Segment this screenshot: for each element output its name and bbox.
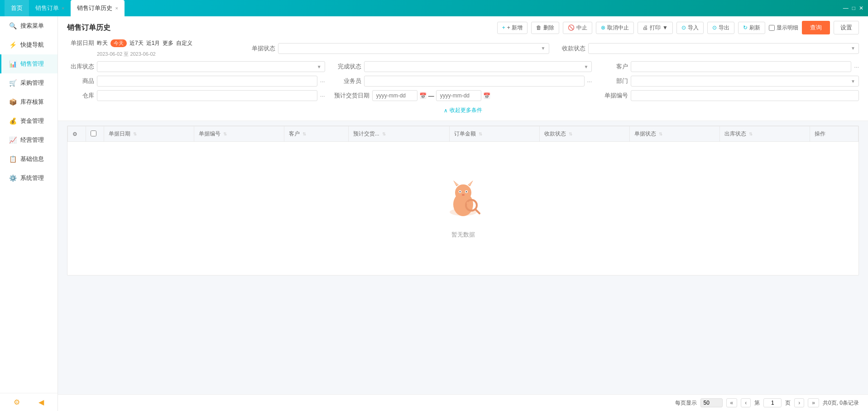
date-separator: — xyxy=(428,92,434,99)
stop-button[interactable]: 🚫 中止 xyxy=(563,22,592,34)
sidebar-item-operations[interactable]: 📈 经营管理 xyxy=(0,131,58,150)
sort-customer[interactable]: ⇅ xyxy=(302,131,306,136)
sidebar-settings-icon[interactable]: ⚙ xyxy=(14,398,20,406)
sidebar-item-finance-label: 资金管理 xyxy=(20,117,44,125)
table-container: ⚙ 单据日期 ⇅ 单据编号 ⇅ xyxy=(67,126,859,276)
calendar-start-icon[interactable]: 📅 xyxy=(419,92,427,99)
window-controls: — □ ✕ xyxy=(843,5,863,11)
sidebar-item-sales[interactable]: 📊 销售管理 xyxy=(0,54,58,73)
customer-ellipsis[interactable]: ··· xyxy=(854,63,859,70)
today-badge[interactable]: 今天 xyxy=(110,39,127,47)
export-button[interactable]: ⊙ 导出 xyxy=(707,22,734,34)
first-page-button[interactable]: « xyxy=(726,398,738,407)
prev-page-icon: ‹ xyxy=(745,400,747,406)
sidebar-item-quick-nav[interactable]: ⚡ 快捷导航 xyxy=(0,35,58,54)
tab-sales-order[interactable]: 销售订单 × xyxy=(29,0,71,16)
sort-order-amount[interactable]: ⇅ xyxy=(479,131,482,136)
page-size-select[interactable]: 10 20 50 100 xyxy=(700,398,723,407)
window-maximize[interactable]: □ xyxy=(852,5,855,11)
tab-sales-history-close[interactable]: × xyxy=(115,5,118,11)
filter-customer: 客户 ··· xyxy=(601,61,859,72)
sort-doc-no[interactable]: ⇅ xyxy=(223,131,227,136)
expected-date-start[interactable] xyxy=(372,90,417,101)
refresh-label: 刷新 xyxy=(749,24,760,32)
th-customer[interactable]: 客户 ⇅ xyxy=(284,126,348,142)
salesperson-ellipsis[interactable]: ··· xyxy=(587,78,592,85)
query-button[interactable]: 查询 xyxy=(802,21,830,34)
sort-doc-date[interactable]: ⇅ xyxy=(133,131,137,136)
inventory-icon: 📦 xyxy=(9,98,17,106)
sidebar-item-basics[interactable]: 📋 基础信息 xyxy=(0,150,58,169)
tab-sales-history-label: 销售订单历史 xyxy=(77,4,112,12)
th-out-status[interactable]: 出库状态 ⇅ xyxy=(719,126,810,142)
expected-date-label: 预计交货日期 xyxy=(334,92,369,100)
warehouse-input[interactable] xyxy=(97,90,317,101)
settings-label: 设置 xyxy=(840,24,852,31)
sidebar-item-purchase[interactable]: 🛒 采购管理 xyxy=(0,73,58,92)
th-expected-delivery-label: 预计交货... xyxy=(353,131,379,137)
th-doc-date[interactable]: 单据日期 ⇅ xyxy=(104,126,194,142)
sidebar-item-search-menu[interactable]: 🔍 搜索菜单 xyxy=(0,16,58,35)
sort-out-status[interactable]: ⇅ xyxy=(749,131,753,136)
tabs-area: 首页 销售订单 × 销售订单历史 × xyxy=(5,0,125,16)
doc-no-label: 单据编号 xyxy=(601,92,628,100)
sidebar-item-inventory[interactable]: 📦 库存核算 xyxy=(0,92,58,111)
expected-date-end[interactable] xyxy=(436,90,481,101)
window-close[interactable]: ✕ xyxy=(859,5,863,11)
doc-status-select[interactable] xyxy=(278,43,549,54)
display-cols-checkbox[interactable]: 显示明细 xyxy=(769,24,798,32)
display-cols-input[interactable] xyxy=(769,25,775,31)
current-page-input[interactable] xyxy=(763,398,782,407)
last-page-button[interactable]: » xyxy=(808,398,819,407)
sort-doc-status[interactable]: ⇅ xyxy=(659,131,662,136)
filter-expected-date: 预计交货日期 📅 — 📅 xyxy=(334,90,592,101)
1month-option[interactable]: 近1月 xyxy=(146,39,160,47)
sort-expected-delivery[interactable]: ⇅ xyxy=(382,131,386,136)
window-minimize[interactable]: — xyxy=(843,5,849,11)
search-menu-icon: 🔍 xyxy=(9,22,17,30)
goods-ellipsis[interactable]: ··· xyxy=(320,78,325,85)
sidebar-item-finance[interactable]: 💰 资金管理 xyxy=(0,111,58,131)
tab-sales-order-close[interactable]: × xyxy=(62,5,64,11)
settings-button[interactable]: 设置 xyxy=(834,21,859,34)
yesterday-option[interactable]: 昨天 xyxy=(97,39,108,47)
import-button[interactable]: ⊙ 导入 xyxy=(676,22,704,34)
th-doc-status[interactable]: 单据状态 ⇅ xyxy=(629,126,719,142)
cancel-stop-button[interactable]: ⊗ 取消中止 xyxy=(596,22,634,34)
dept-select[interactable] xyxy=(631,76,859,87)
7days-option[interactable]: 近7天 xyxy=(129,39,144,47)
next-page-button[interactable]: › xyxy=(794,398,804,407)
print-button[interactable]: 🖨 打印 ▼ xyxy=(638,22,673,34)
tab-home[interactable]: 首页 xyxy=(5,0,29,16)
th-settings[interactable]: ⚙ xyxy=(68,126,86,142)
customer-input[interactable] xyxy=(631,61,851,72)
th-checkbox[interactable] xyxy=(86,126,104,142)
prev-page-button[interactable]: ‹ xyxy=(741,398,751,407)
warehouse-ellipsis[interactable]: ··· xyxy=(320,92,325,99)
th-order-amount[interactable]: 订单金额 ⇅ xyxy=(449,126,539,142)
th-expected-delivery[interactable]: 预计交货... ⇅ xyxy=(348,126,449,142)
doc-no-input[interactable] xyxy=(631,90,859,101)
stop-icon: 🚫 xyxy=(568,24,575,31)
tab-sales-history[interactable]: 销售订单历史 × xyxy=(71,0,124,16)
more-option[interactable]: 更多 xyxy=(163,39,173,47)
sidebar-item-system[interactable]: ⚙️ 系统管理 xyxy=(0,169,58,188)
th-doc-no[interactable]: 单据编号 ⇅ xyxy=(194,126,284,142)
sidebar-collapse-icon[interactable]: ◀ xyxy=(38,398,44,406)
new-button[interactable]: + + 新增 xyxy=(497,22,528,34)
refresh-button[interactable]: ↻ 刷新 xyxy=(738,22,765,34)
th-receipt-status[interactable]: 收款状态 ⇅ xyxy=(539,126,629,142)
select-all-checkbox[interactable] xyxy=(91,131,96,136)
receipt-status-select[interactable] xyxy=(588,43,859,54)
out-status-select[interactable] xyxy=(97,61,325,72)
settings-icon[interactable]: ⚙ xyxy=(72,131,77,137)
calendar-end-icon[interactable]: 📅 xyxy=(483,92,490,99)
goods-input[interactable] xyxy=(97,76,317,87)
complete-status-select[interactable] xyxy=(364,61,592,72)
sort-receipt-status[interactable]: ⇅ xyxy=(569,131,572,136)
salesperson-input[interactable] xyxy=(364,76,585,87)
custom-option[interactable]: 自定义 xyxy=(176,39,192,47)
collapse-button[interactable]: ∧ 收起更多条件 xyxy=(67,105,859,116)
delete-button[interactable]: 🗑 删除 xyxy=(531,22,559,34)
svg-point-11 xyxy=(462,194,465,196)
